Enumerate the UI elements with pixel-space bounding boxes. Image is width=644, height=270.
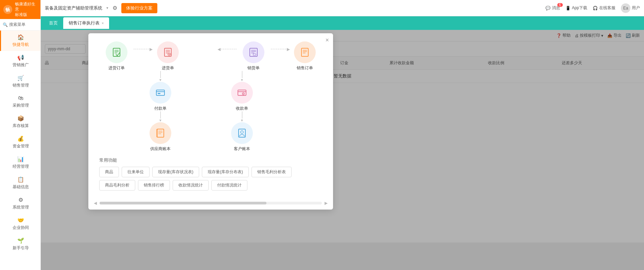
system-dropdown-icon[interactable]: ▾	[106, 6, 108, 10]
topbar-right: 💬 消息 6 📱 App下载 🎧 在线客服 Ea 用户	[545, 3, 640, 13]
common-buttons: 商品 往来单位 现存量(库存状况表) 现存量(库存分布表) 销售毛利分析表 商品…	[99, 167, 322, 191]
flow-diagram: 进货订单 ▶	[99, 41, 322, 152]
btn-product-profit[interactable]: 商品毛利分析	[99, 180, 135, 191]
avatar: Ea	[621, 3, 630, 13]
sidebar-logo: 畅 畅康通好生意 标准版	[0, 0, 40, 19]
sales-bill-icon	[243, 41, 264, 63]
sidebar-item-newbie[interactable]: 🌱 新手引导	[0, 234, 40, 254]
tab-home[interactable]: 首页	[43, 17, 63, 29]
user-avatar[interactable]: Ea 用户	[621, 3, 640, 13]
sidebar-item-basic[interactable]: 📋 基础信息	[0, 173, 40, 193]
sidebar-item-sales[interactable]: 🛒 销售管理	[0, 71, 40, 92]
btn-partner[interactable]: 往来单位	[122, 167, 150, 177]
common-functions: 常用功能 商品 往来单位 现存量(库存状况表) 现存量(库存分布表) 销售毛利分…	[99, 157, 322, 191]
popup-body: 进货订单 ▶	[88, 33, 333, 199]
sidebar-item-operation[interactable]: 📊 经营管理	[0, 152, 40, 173]
search-icon: 🔍	[3, 22, 8, 27]
popup-scrollbar: ◀ ▶	[88, 199, 333, 210]
svg-rect-25	[238, 90, 246, 95]
sidebar-item-quick-guide[interactable]: 🏠 快捷导航	[0, 31, 40, 51]
flow-node-payment[interactable]: 付款单	[140, 82, 181, 111]
scroll-track[interactable]	[100, 202, 322, 204]
tab-close-icon[interactable]: ×	[102, 21, 104, 25]
sidebar-item-enterprise[interactable]: 🤝 企业协同	[0, 214, 40, 234]
svg-text:畅: 畅	[5, 7, 10, 12]
sidebar-item-inventory[interactable]: 📦 库存核算	[0, 112, 40, 132]
sidebar-nav: 🏠 快捷导航 📢 营销推广 🛒 销售管理 🛍 采购管理 📦 库存核算 💰	[0, 31, 40, 270]
flow-node-purchase-receipt[interactable]: 进货单	[151, 41, 185, 71]
app-icon: 📱	[565, 6, 571, 11]
system-title: 装备及固定资产辅助管理系统	[45, 5, 102, 11]
quick-guide-popup: ×	[88, 33, 333, 210]
search-menu[interactable]: 🔍 搜索菜单	[0, 19, 40, 31]
modal-overlay[interactable]: ×	[41, 30, 644, 270]
supplier-ledger-icon	[150, 122, 171, 144]
message-btn[interactable]: 💬 消息 6	[545, 5, 560, 11]
message-icon: 💬	[545, 6, 551, 11]
sidebar-item-system[interactable]: ⚙ 系统管理	[0, 193, 40, 214]
flow-node-receipt[interactable]: 收款单	[222, 82, 262, 111]
btn-receipt-stats[interactable]: 收款情况统计	[173, 180, 209, 191]
newbie-icon: 🌱	[17, 237, 24, 244]
svg-point-35	[241, 131, 243, 133]
quick-guide-icon: 🏠	[17, 34, 24, 40]
finance-icon: 💰	[17, 136, 24, 142]
purchase-order-icon	[106, 41, 127, 63]
svg-rect-18	[301, 48, 308, 56]
marketing-icon: 📢	[17, 54, 24, 61]
scroll-thumb[interactable]	[100, 202, 266, 204]
basic-icon: 📋	[17, 176, 24, 183]
btn-product[interactable]: 商品	[99, 167, 119, 177]
svg-rect-24	[158, 93, 160, 94]
message-badge: 6	[557, 3, 563, 7]
inventory-icon: 📦	[17, 115, 24, 122]
service-icon: 🎧	[593, 6, 598, 11]
flow-node-customer-ledger[interactable]: 客户账本	[222, 122, 262, 152]
purchase-receipt-icon	[157, 41, 179, 63]
svg-rect-13	[250, 48, 257, 56]
flow-node-sales-order[interactable]: 销售订单	[288, 41, 322, 71]
service-btn[interactable]: 🎧 在线客服	[593, 5, 615, 11]
scroll-right-btn[interactable]: ▶	[325, 201, 328, 205]
svg-rect-29	[157, 129, 164, 137]
sidebar-item-purchase[interactable]: 🛍 采购管理	[0, 92, 40, 112]
payment-icon	[150, 82, 171, 104]
popup-close-btn[interactable]: ×	[325, 37, 329, 44]
common-functions-title: 常用功能	[99, 157, 322, 163]
sales-icon: 🛒	[17, 75, 24, 81]
btn-sales-profit[interactable]: 销售毛利分析表	[251, 167, 292, 177]
main-area: 装备及固定资产辅助管理系统 ▾ ⚙ 体验行业方案 💬 消息 6 📱 App下载 …	[41, 0, 644, 270]
btn-sales-rank[interactable]: 销售排行榜	[138, 180, 170, 191]
sidebar: 畅 畅康通好生意 标准版 🔍 搜索菜单 🏠 快捷导航 📢 营销推广 🛒 销售管理	[0, 0, 41, 270]
tab-sales-order[interactable]: 销售订单执行表 ×	[63, 17, 109, 29]
logo-text: 畅康通好生意 标准版	[15, 2, 38, 18]
tabbar: 首页 销售订单执行表 ×	[41, 16, 644, 30]
customer-ledger-icon	[231, 122, 253, 144]
receipt-icon	[231, 82, 253, 104]
sidebar-item-finance[interactable]: 💰 资金管理	[0, 132, 40, 152]
btn-payment-stats[interactable]: 付款情况统计	[211, 180, 247, 191]
svg-rect-22	[156, 90, 164, 95]
flow-node-purchase-order[interactable]: 进货订单	[99, 41, 134, 71]
app-download-btn[interactable]: 📱 App下载	[565, 5, 587, 11]
sidebar-item-marketing[interactable]: 📢 营销推广	[0, 51, 40, 71]
operation-icon: 📊	[17, 156, 24, 162]
topbar: 装备及固定资产辅助管理系统 ▾ ⚙ 体验行业方案 💬 消息 6 📱 App下载 …	[41, 0, 644, 16]
system-icon: ⚙	[18, 197, 23, 203]
btn-stock-status[interactable]: 现存量(库存状况表)	[152, 167, 199, 177]
logo-icon: 畅	[3, 4, 13, 15]
flow-node-sales-bill[interactable]: 销货单	[237, 41, 271, 71]
sales-order-icon	[294, 41, 316, 63]
btn-stock-dist[interactable]: 现存量(库存分布表)	[202, 167, 249, 177]
flow-node-supplier-ledger[interactable]: 供应商账本	[140, 122, 181, 152]
settings-icon[interactable]: ⚙	[112, 5, 117, 11]
experience-btn[interactable]: 体验行业方案	[121, 3, 157, 13]
enterprise-icon: 🤝	[17, 217, 24, 223]
scroll-left-btn[interactable]: ◀	[94, 201, 97, 205]
purchase-icon: 🛍	[18, 95, 23, 101]
svg-rect-17	[253, 54, 256, 55]
content-area: ❓ 帮助 🖨 按模板打印 ▾ 📤 导出 🔄	[41, 30, 644, 270]
